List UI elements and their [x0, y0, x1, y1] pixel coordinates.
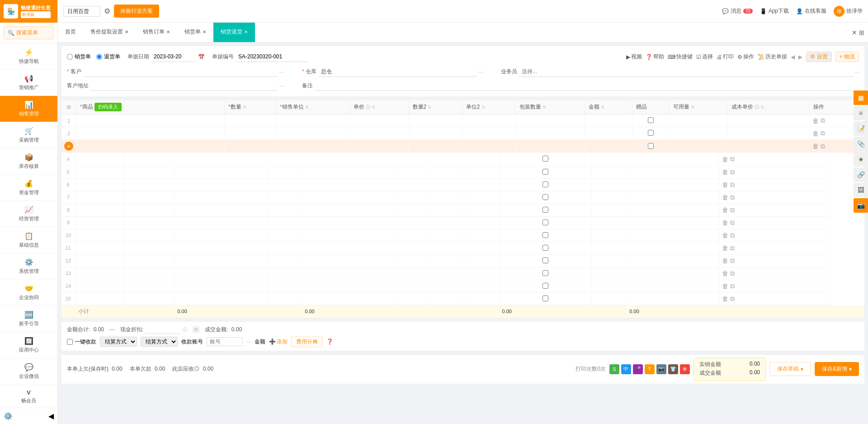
unit-price-cell[interactable]: [349, 114, 409, 127]
delete-row-btn[interactable]: 🗑: [722, 282, 728, 290]
qty-cell[interactable]: [125, 229, 175, 242]
unit2-cell[interactable]: [394, 178, 429, 191]
unit2-cell[interactable]: [394, 153, 429, 166]
tab-price-set-close[interactable]: ✕: [125, 29, 128, 34]
available-cell[interactable]: [670, 114, 728, 127]
pkg-sort-icon[interactable]: ⇅: [542, 105, 546, 110]
sales-unit-cell[interactable]: [276, 114, 349, 127]
sales-unit-cell[interactable]: [175, 153, 267, 166]
sidebar-item-basic[interactable]: 📋 基础信息: [0, 227, 57, 253]
cost-price-cell[interactable]: [627, 292, 719, 305]
delete-row-btn[interactable]: 🗑: [722, 295, 728, 303]
account-input[interactable]: [207, 337, 243, 346]
sales-unit-cell[interactable]: [175, 254, 267, 267]
gift-checkbox[interactable]: [542, 257, 548, 263]
right-link-btn[interactable]: 🔗: [854, 167, 868, 182]
product-cell[interactable]: [75, 216, 125, 229]
qty2-cell[interactable]: [302, 204, 395, 216]
delete-row-btn[interactable]: 🗑: [722, 232, 728, 239]
sales-unit-cell[interactable]: [175, 191, 267, 204]
qty2-active[interactable]: [409, 140, 462, 153]
sales-unit-cell[interactable]: [175, 229, 267, 242]
salesperson-dots-btn[interactable]: ···: [854, 69, 859, 75]
cost-price-cell[interactable]: [627, 242, 719, 254]
cost-price-cell[interactable]: [627, 229, 719, 242]
sidebar-collapse-btn[interactable]: ◀: [48, 412, 54, 420]
sales-unit-cell[interactable]: [175, 216, 267, 229]
copy-row-btn[interactable]: ⧉: [730, 232, 735, 239]
qty2-cell[interactable]: [409, 127, 462, 140]
amount-cell[interactable]: [464, 166, 499, 178]
pkg-cell[interactable]: [429, 191, 464, 204]
delete-row-btn[interactable]: 🗑: [812, 129, 819, 137]
unit-price-cell[interactable]: [267, 254, 302, 267]
sidebar-item-finance[interactable]: 💰 资金管理: [0, 175, 57, 201]
one-key-receive-label[interactable]: 一键收款: [67, 338, 96, 346]
tab-sales-delivery-close[interactable]: ✕: [203, 29, 206, 34]
customer-input[interactable]: [83, 67, 278, 77]
customer-dots-btn[interactable]: ···: [279, 69, 284, 75]
sidebar-item-purchase[interactable]: 🛒 采购管理: [0, 122, 57, 148]
chevron-down-icon-save[interactable]: ▾: [849, 366, 852, 372]
unit-price-cell[interactable]: [267, 216, 302, 229]
unit-price-cell[interactable]: [267, 292, 302, 305]
tab-grid-btn[interactable]: ⊞: [859, 29, 864, 36]
industry-select[interactable]: 日用百货: [63, 6, 100, 17]
pkg-cell[interactable]: [429, 292, 464, 305]
product-cell[interactable]: [76, 114, 225, 127]
sidebar-item-system[interactable]: ⚙️ 系统管理: [0, 253, 57, 280]
dots-btn[interactable]: ···: [246, 338, 251, 345]
radio-return-input[interactable]: [96, 54, 102, 60]
available-cell[interactable]: [592, 191, 627, 204]
cost-price-active[interactable]: [728, 140, 810, 153]
payment-method-select[interactable]: 结算方式: [141, 337, 178, 347]
fee-split-btn[interactable]: 费用分摊: [291, 337, 323, 347]
gift-checkbox[interactable]: [542, 295, 548, 301]
pkg-cell[interactable]: [429, 153, 464, 166]
pkg-active[interactable]: [515, 140, 585, 153]
right-scan-btn[interactable]: 📷: [854, 198, 868, 213]
qty2-cell[interactable]: [302, 267, 395, 280]
scan-btn[interactable]: 扫码录入: [94, 103, 122, 111]
unit2-cell[interactable]: [462, 114, 515, 127]
delete-row-btn[interactable]: 🗑: [812, 117, 819, 124]
cost-price-cell[interactable]: [627, 254, 719, 267]
pkg-cell[interactable]: [429, 280, 464, 292]
delete-row-btn[interactable]: 🗑: [722, 244, 728, 252]
sidebar-item-sales[interactable]: 📊 销售管理: [0, 96, 57, 122]
amount-cell[interactable]: [464, 292, 499, 305]
sales-unit-cell[interactable]: [175, 204, 267, 216]
cost-price-cell[interactable]: [728, 114, 810, 127]
product-cell-active[interactable]: [76, 140, 225, 153]
tab-sales-return[interactable]: 销货退货 ✕: [213, 23, 255, 42]
sidebar-item-operations[interactable]: 📈 经营管理: [0, 201, 57, 227]
nav-next-btn[interactable]: ▶: [798, 54, 802, 60]
gift-checkbox[interactable]: [542, 270, 548, 276]
copy-row-btn[interactable]: ⧉: [730, 257, 735, 265]
qty-cell[interactable]: [125, 280, 175, 292]
doc-number-input[interactable]: [236, 52, 308, 62]
sales-unit-sort-icon[interactable]: ⇅: [305, 105, 309, 110]
qty2-cell[interactable]: [302, 153, 395, 166]
pkg-cell[interactable]: [429, 254, 464, 267]
qty-cell[interactable]: [224, 114, 276, 127]
user-avatar[interactable]: 徐 徐泽华: [834, 6, 863, 17]
qty-cell[interactable]: [125, 267, 175, 280]
print-btn[interactable]: 🖨 打印: [717, 53, 734, 61]
unit-price-cell[interactable]: [267, 178, 302, 191]
cost-price-cell[interactable]: [627, 204, 719, 216]
available-cell[interactable]: [592, 229, 627, 242]
chevron-down-icon[interactable]: ▾: [801, 366, 803, 372]
address-input[interactable]: [90, 81, 278, 91]
delete-row-btn[interactable]: 🗑: [722, 168, 728, 176]
delete-row-btn[interactable]: 🗑: [722, 155, 728, 163]
delete-row-active-btn[interactable]: 🗑: [812, 143, 819, 150]
delete-row-btn[interactable]: 🗑: [722, 270, 728, 277]
pkg-cell[interactable]: [429, 267, 464, 280]
unit2-sort-icon[interactable]: ⇅: [481, 105, 485, 110]
sales-unit-cell[interactable]: [276, 127, 349, 140]
calc-method-select[interactable]: 结算方式: [100, 337, 137, 347]
product-cell[interactable]: [75, 191, 125, 204]
qty2-cell[interactable]: [302, 166, 395, 178]
available-cell[interactable]: [592, 254, 627, 267]
